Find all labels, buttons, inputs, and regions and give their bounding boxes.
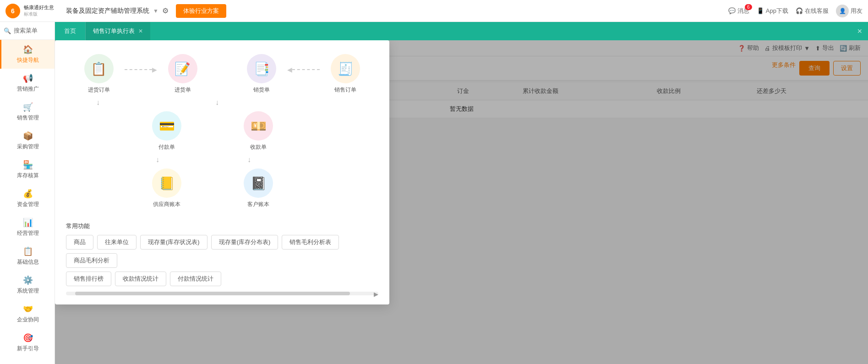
logo-sub: 标准版 (24, 11, 54, 17)
func-btn-contacts[interactable]: 往来单位 (97, 235, 136, 250)
sidebar-item-marketing[interactable]: 📢 营销推广 (0, 69, 55, 98)
func-btn-sales-ranking[interactable]: 销售排行榜 (66, 272, 111, 286)
app-icon: 📱 (757, 7, 764, 14)
func-btn-product[interactable]: 商品 (66, 235, 93, 250)
finance-icon: 💰 (23, 189, 33, 199)
flow-node-supplier-account[interactable]: 📒 供应商账本 (139, 168, 194, 208)
enterprise-label: 企业协同 (17, 316, 39, 324)
sales-order-circle: 🧾 (331, 54, 360, 83)
func-btn-stock-dist[interactable]: 现存量(库存分布表) (211, 235, 278, 250)
flow-node-receipt[interactable]: 💴 收款单 (231, 111, 286, 151)
flow-node-customer-account[interactable]: 📓 客户账本 (231, 168, 286, 208)
supplier-account-icon: 📒 (159, 176, 175, 191)
receipt-icon: 💴 (251, 119, 267, 134)
func-btn-receipt-stats[interactable]: 收款情况统计 (115, 272, 166, 286)
receipt-circle: 💴 (244, 111, 273, 141)
flow-row-2: 💳 付款单 💴 收款单 (66, 107, 378, 156)
flow-row-1: 📋 进货订单 ▶ 📝 进货单 (66, 49, 378, 98)
main-content: 首页 销售订单执行表 ✕ ✕ ❓ 帮助 🖨 按模板打印 ▼ ⬆ (55, 22, 868, 364)
quick-nav-icon: 🏠 (23, 44, 33, 54)
payment-icon: 💳 (159, 119, 175, 134)
supplier-account-circle: 📒 (152, 168, 181, 198)
flow-node-sales-order[interactable]: 🧾 销售订单 (322, 54, 369, 94)
app-label: App下载 (766, 7, 788, 15)
search-menu-item[interactable]: 🔍 搜索菜单 (0, 22, 55, 40)
header-right: 💬 消息 6 📱 App下载 🎧 在线客服 👤 用友 (728, 5, 863, 17)
inventory-icon: 🏪 (23, 160, 33, 170)
sales-icon: 🛒 (23, 102, 33, 112)
system-dropdown-icon[interactable]: ▼ (153, 8, 158, 14)
flow-node-payment[interactable]: 💳 付款单 (139, 111, 194, 151)
vertical-arrows-row-2: ↓ ↓ (66, 156, 378, 164)
modal-overlay: 📋 进货订单 ▶ 📝 进货单 (55, 40, 868, 364)
sidebar-item-enterprise[interactable]: 🤝 企业协同 (0, 299, 55, 328)
service-label: 在线客服 (805, 7, 829, 15)
sales-bill-icon: 📑 (254, 61, 270, 76)
basic-icon: 📋 (23, 246, 33, 256)
func-btn-stock-status[interactable]: 现存量(库存状况表) (140, 235, 207, 250)
system-title-area: 装备及固定资产辅助管理系统 ▼ ⚙ 体验行业方案 (60, 4, 728, 18)
sales-label: 销售管理 (17, 114, 39, 122)
marketing-label: 营销推广 (17, 85, 39, 93)
sidebar-item-basic[interactable]: 📋 基础信息 (0, 242, 55, 271)
modal-scrollbar[interactable]: ▶ (66, 292, 378, 295)
system-icon: ⚙️ (23, 275, 33, 285)
tab-sales-order[interactable]: 销售订单执行表 ✕ (85, 22, 150, 40)
operations-icon: 📊 (23, 217, 33, 228)
scroll-right-icon[interactable]: ▶ (374, 291, 378, 298)
sidebar-item-quick-nav[interactable]: 🏠 快捷导航 (0, 40, 55, 69)
sidebar-item-sales[interactable]: 🛒 销售管理 (0, 98, 55, 126)
sales-bill-label: 销货单 (253, 86, 270, 94)
logo-text-area: 畅康通好生意 标准版 (24, 4, 54, 17)
customer-account-label: 客户账本 (247, 201, 269, 208)
sidebar-item-finance[interactable]: 💰 资金管理 (0, 184, 55, 213)
sidebar-item-system[interactable]: ⚙️ 系统管理 (0, 271, 55, 299)
page-area: ❓ 帮助 🖨 按模板打印 ▼ ⬆ 导出 🔄 刷新 (55, 40, 868, 364)
message-item[interactable]: 💬 消息 6 (728, 7, 749, 15)
sidebar-item-purchase[interactable]: 📦 采购管理 (0, 126, 55, 155)
tab-close-all-icon[interactable]: ✕ (852, 27, 868, 35)
purchase-bill-label: 进货单 (175, 86, 191, 94)
tab-close-icon[interactable]: ✕ (138, 28, 143, 34)
sales-bill-circle: 📑 (247, 54, 276, 83)
logo-text: 畅康通好生意 (24, 4, 54, 11)
flow-node-purchase-bill[interactable]: 📝 进货单 (159, 54, 207, 94)
tab-sales-order-label: 销售订单执行表 (93, 27, 135, 35)
purchase-label: 采购管理 (17, 143, 39, 151)
online-service-item[interactable]: 🎧 在线客服 (796, 7, 829, 15)
inventory-label: 库存核算 (17, 172, 39, 179)
purchase-order-icon: 📋 (91, 61, 107, 76)
flow-diagram: 📋 进货订单 ▶ 📝 进货单 (66, 49, 378, 213)
sidebar-item-newbie[interactable]: 🎯 新手引导 (0, 328, 55, 357)
common-functions: 常用功能 商品 往来单位 现存量(库存状况表) 现存量(库存分布表) 销售毛利分… (66, 222, 378, 286)
sales-order-icon: 🧾 (338, 61, 354, 76)
service-icon: 🎧 (796, 7, 803, 14)
tab-home[interactable]: 首页 (55, 22, 85, 40)
common-functions-title: 常用功能 (66, 222, 378, 230)
trial-button[interactable]: 体验行业方案 (176, 4, 226, 18)
purchase-bill-icon: 📝 (175, 61, 191, 76)
func-buttons-row1: 商品 往来单位 现存量(库存状况表) 现存量(库存分布表) 销售毛利分析表 商品… (66, 235, 378, 268)
func-btn-product-margin[interactable]: 商品毛利分析 (66, 253, 117, 268)
search-menu-label: 搜索菜单 (14, 27, 38, 35)
func-btn-payment-stats[interactable]: 付款情况统计 (170, 272, 221, 286)
app-download-item[interactable]: 📱 App下载 (757, 7, 788, 15)
func-btn-sales-margin[interactable]: 销售毛利分析表 (282, 235, 339, 250)
logo-icon: 6 (5, 4, 20, 18)
sidebar: 🔍 搜索菜单 🏠 快捷导航 📢 营销推广 🛒 销售管理 📦 采购管理 🏪 库存核… (0, 22, 55, 364)
purchase-order-label: 进货订单 (88, 86, 110, 94)
avatar: 👤 (836, 5, 849, 17)
user-label: 用友 (851, 7, 863, 15)
vertical-arrows-row: ↓ ↓ (66, 98, 378, 107)
settings-icon[interactable]: ⚙ (162, 6, 169, 15)
finance-label: 资金管理 (17, 201, 39, 208)
user-item[interactable]: 👤 用友 (836, 5, 863, 17)
flow-node-sales-bill[interactable]: 📑 销货单 (238, 54, 286, 94)
search-icon: 🔍 (4, 27, 11, 34)
flow-node-purchase-order[interactable]: 📋 进货订单 (75, 54, 123, 94)
system-label: 系统管理 (17, 287, 39, 295)
modal-scrollbar-thumb (75, 292, 350, 295)
sidebar-item-operations[interactable]: 📊 经营管理 (0, 213, 55, 242)
sidebar-item-inventory[interactable]: 🏪 库存核算 (0, 155, 55, 184)
customer-account-icon: 📓 (251, 176, 267, 191)
